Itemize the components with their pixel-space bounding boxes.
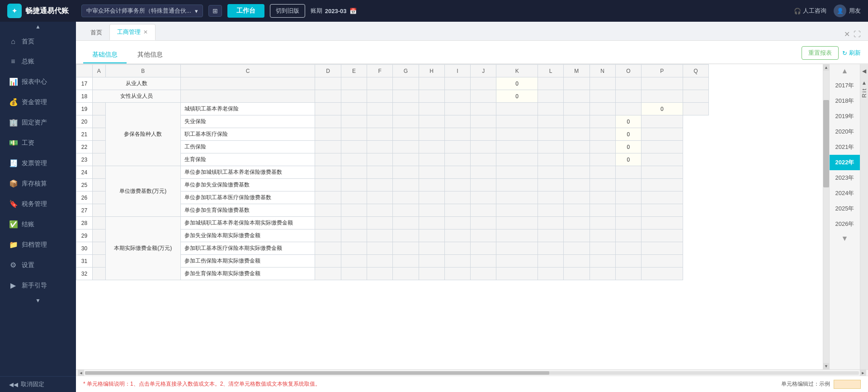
col-b[interactable]: B	[105, 65, 180, 77]
cell-19-b[interactable]: 参保各险种人数	[105, 103, 180, 166]
sidebar-item-guide[interactable]: ▶ 新手引导	[0, 275, 76, 296]
vertical-scrollbar[interactable]: ▲ ▼	[823, 64, 829, 369]
cell-21-a[interactable]	[93, 128, 106, 141]
subtab-basic[interactable]: 基础信息	[83, 47, 127, 63]
sidebar-item-funds[interactable]: 💰 资金管理	[0, 92, 76, 112]
cell-31-a[interactable]	[93, 255, 106, 268]
cell-20-c[interactable]: 失业保险	[180, 115, 315, 128]
cell-27-c[interactable]: 单位参加生育保险缴费基数	[180, 204, 315, 217]
cell-24-b[interactable]: 单位缴费基数(万元)	[105, 166, 180, 217]
sidebar-pin[interactable]: ◀◀ 取消固定	[0, 376, 76, 392]
cell-19-c[interactable]: 城镇职工基本养老保险	[180, 103, 315, 115]
cell-27-a[interactable]	[93, 204, 106, 217]
cell-22-p[interactable]: 0	[615, 141, 641, 153]
year-item-2019[interactable]: 2019年	[830, 109, 860, 124]
calendar-icon[interactable]: 📅	[349, 8, 357, 14]
close-window-icon[interactable]: ✕	[844, 30, 850, 38]
cell-17-j[interactable]	[471, 77, 496, 90]
cell-18-h[interactable]	[419, 90, 444, 103]
sidebar-item-archive[interactable]: 📁 归档管理	[0, 234, 76, 255]
right-collapse-panel[interactable]: ◀ ▲ Rit	[860, 64, 868, 369]
cell-19-o[interactable]	[615, 103, 641, 115]
scroll-thumb-v[interactable]	[823, 100, 829, 188]
cell-21-c[interactable]: 职工基本医疗保险	[180, 128, 315, 141]
subtab-other[interactable]: 其他信息	[128, 47, 172, 63]
cell-24-a[interactable]	[93, 166, 106, 179]
scroll-track-v[interactable]	[823, 71, 829, 363]
cell-17-p[interactable]	[642, 77, 683, 90]
cell-30-c[interactable]: 参加职工基本医疗保险本期实际缴费金额	[180, 242, 315, 255]
cell-17-c[interactable]	[180, 77, 315, 90]
cell-18-o[interactable]	[615, 90, 641, 103]
col-c[interactable]: C	[180, 65, 315, 77]
cell-28-a[interactable]	[93, 217, 106, 229]
col-a[interactable]: A	[93, 65, 106, 77]
year-item-2020[interactable]: 2020年	[830, 124, 860, 139]
cell-17-f[interactable]	[367, 77, 393, 90]
cell-19-q[interactable]	[683, 103, 708, 115]
sidebar-scroll-up[interactable]: ▲	[0, 22, 76, 32]
col-i[interactable]: I	[444, 65, 470, 77]
switch-version-button[interactable]: 切到旧版	[270, 4, 305, 18]
year-item-2022[interactable]: 2022年	[830, 155, 860, 170]
cell-23-a[interactable]	[93, 153, 106, 166]
col-d[interactable]: D	[315, 65, 341, 77]
collapse-up-icon[interactable]: ▲	[862, 80, 867, 86]
cell-20-a[interactable]	[93, 115, 106, 128]
cell-18-k[interactable]: 0	[496, 90, 538, 103]
sidebar-item-report[interactable]: 📊 报表中心	[0, 72, 76, 92]
scroll-right-arrow[interactable]: ►	[860, 370, 866, 376]
cell-17-g[interactable]	[393, 77, 419, 90]
cell-17-d[interactable]	[315, 77, 341, 90]
cell-17-a[interactable]: 从业人数	[93, 77, 181, 90]
cell-19-k[interactable]	[496, 103, 538, 115]
cell-17-m[interactable]	[564, 77, 590, 90]
cell-32-a[interactable]	[93, 268, 106, 280]
cell-19-l[interactable]	[538, 103, 563, 115]
col-f[interactable]: F	[367, 65, 393, 77]
year-item-2017[interactable]: 2017年	[830, 78, 860, 93]
cell-17-n[interactable]	[590, 77, 615, 90]
reset-report-button[interactable]: 重置报表	[802, 46, 839, 60]
cell-19-m[interactable]	[564, 103, 590, 115]
cell-19-a[interactable]	[93, 103, 106, 115]
company-icon-btn[interactable]: ⊞	[208, 5, 222, 17]
refresh-button[interactable]: ↻ 刷新	[842, 49, 861, 57]
cell-25-c[interactable]: 单位参加失业保险缴费基数	[180, 179, 315, 191]
sidebar-item-settle[interactable]: ✅ 结账	[0, 214, 76, 234]
sidebar-item-salary[interactable]: 💵 工资	[0, 133, 76, 153]
cell-18-p[interactable]	[642, 90, 683, 103]
tab-home[interactable]: 首页	[83, 25, 109, 40]
cell-18-e[interactable]	[341, 90, 367, 103]
col-l[interactable]: L	[538, 65, 563, 77]
cell-18-g[interactable]	[393, 90, 419, 103]
cell-17-l[interactable]	[538, 77, 563, 90]
cell-18-l[interactable]	[538, 90, 563, 103]
cell-22-c[interactable]: 工伤保险	[180, 141, 315, 153]
maximize-icon[interactable]: ⛶	[854, 30, 861, 38]
cell-17-k[interactable]: 0	[496, 77, 538, 90]
workspace-button[interactable]: 工作台	[227, 4, 264, 18]
col-j[interactable]: J	[471, 65, 496, 77]
col-e[interactable]: E	[341, 65, 367, 77]
cell-18-j[interactable]	[471, 90, 496, 103]
cell-19-g[interactable]	[393, 103, 419, 115]
col-g[interactable]: G	[393, 65, 419, 77]
cell-19-f[interactable]	[367, 103, 393, 115]
cell-18-f[interactable]	[367, 90, 393, 103]
tab-industry[interactable]: 工商管理 ✕	[109, 24, 156, 40]
cell-18-a[interactable]: 女性从业人员	[93, 90, 181, 103]
year-item-2024[interactable]: 2024年	[830, 186, 860, 201]
cell-23-p[interactable]: 0	[615, 153, 641, 166]
year-item-2021[interactable]: 2021年	[830, 139, 860, 155]
cell-19-h[interactable]	[419, 103, 444, 115]
cell-19-e[interactable]	[341, 103, 367, 115]
cell-19-j[interactable]	[471, 103, 496, 115]
cell-24-c[interactable]: 单位参加城镇职工基本养老保险缴费基数	[180, 166, 315, 179]
cell-18-c[interactable]	[180, 90, 315, 103]
year-item-2018[interactable]: 2018年	[830, 93, 860, 109]
cell-21-p[interactable]: 0	[615, 128, 641, 141]
col-h[interactable]: H	[419, 65, 444, 77]
company-selector[interactable]: 中审众环会计师事务所（特殊普通合伙... ▾	[81, 5, 203, 17]
expand-left-icon[interactable]: ◀	[862, 68, 866, 74]
